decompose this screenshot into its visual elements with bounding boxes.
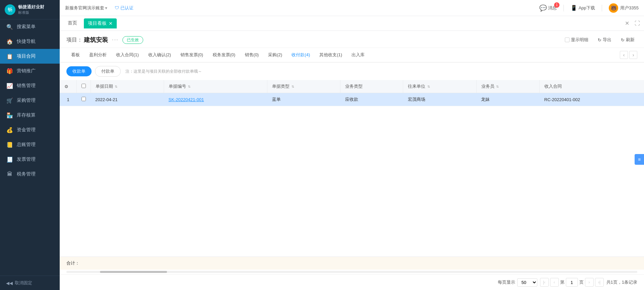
sidebar-item-label-invoice-mgmt: 发票管理 [17,156,36,162]
phone-icon: 📱 [571,5,577,11]
certified-label: 已认证 [120,5,133,11]
sub-tab-1[interactable]: 盈利分析 [85,48,111,63]
app-name: 畅捷通好业财 [18,4,44,10]
per-page-select[interactable]: 50 100 200 [517,278,537,287]
horizontal-scrollbar-track[interactable] [66,271,637,273]
sub-tab-3[interactable]: 收入确认(2) [144,48,176,63]
sort-date-icon[interactable]: ⇅ [115,85,117,88]
col-header-settings[interactable]: ⚙ [60,80,76,93]
sub-tab-nav: ‹ › [620,51,637,59]
collection-tab-button[interactable]: 收款单 [66,66,92,76]
tax-mgmt-icon: 🏛 [6,170,13,178]
topbar-right: 💬 消息 1 📱 App下载 🐻 用户3355 [539,3,639,13]
next-page-button[interactable]: › [585,278,594,287]
sort-type-icon[interactable]: ⇅ [291,85,294,88]
export-button[interactable]: ↻ 导出 [595,35,614,44]
search-icon: 🔍 [6,23,13,30]
user-profile-button[interactable]: 🐻 用户3355 [609,3,639,13]
sidebar-item-label-project-contract: 项目合同 [17,53,36,59]
sidebar-item-search[interactable]: 🔍 搜索菜单 [0,19,60,34]
sort-number-icon[interactable]: ⇅ [188,85,191,88]
sub-tab-6[interactable]: 销售(0) [240,48,264,63]
sidebar-item-ledger-mgmt[interactable]: 📒 总账管理 [0,137,60,152]
footer-total-label: 合计： [66,261,79,266]
floating-action-button[interactable]: ≡ [635,154,644,165]
funds-mgmt-icon: 💰 [6,126,13,134]
sub-tab-prev-button[interactable]: ‹ [620,51,628,59]
floating-action-icon: ≡ [638,157,641,162]
col-header-check[interactable] [76,80,91,93]
project-status-badge: 已生效 [122,36,143,44]
sub-tab-7[interactable]: 采购(2) [263,48,287,63]
sub-tab-10[interactable]: 出入库 [347,48,369,63]
sidebar-item-invoice-mgmt[interactable]: 🧾 发票管理 [0,152,60,167]
sub-tab-9[interactable]: 其他收支(1) [315,48,347,63]
project-more-button[interactable]: ··· [112,37,118,43]
user-label: 用户3355 [620,5,639,11]
per-page-selector: 每页显示 50 100 200 [498,278,537,287]
col-header-biz-type: 业务类型 [340,80,403,93]
sub-tab-8[interactable]: 收付款(4) [287,48,315,63]
sidebar-item-funds-mgmt[interactable]: 💰 资金管理 [0,123,60,137]
row-number-link[interactable]: SK-20220421-001 [168,97,204,102]
purchase-mgmt-icon: 🛒 [6,97,13,104]
project-dropdown-icon[interactable]: ▼ [104,6,108,10]
sub-tab-0[interactable]: 看板 [66,48,85,63]
col-header-salesperson: 业务员 ⇅ [476,80,539,93]
refresh-icon: ↻ [621,38,625,43]
row-number[interactable]: SK-20220421-001 [164,93,267,106]
sidebar-item-sales-mgmt[interactable]: 📈 销售管理 [0,78,60,93]
project-header: 项目： 建筑安装 ··· 已生效 显示明细 ↻ 导出 ↻ 刷新 [60,31,644,48]
col-header-date: 单据日期 ⇅ [91,80,164,93]
unpin-label: 取消固定 [15,280,32,286]
row-checkbox-0[interactable] [82,97,86,101]
sidebar-footer-pin[interactable]: ◀◀ 取消固定 [0,276,60,290]
row-index: 1 [60,93,76,106]
sidebar-item-project-contract[interactable]: 📋 项目合同 [0,49,60,64]
sidebar-item-inventory[interactable]: 🏪 库存核算 [0,108,60,123]
first-page-button[interactable]: |‹ [540,278,549,287]
close-window-icon[interactable]: ✕ [624,19,631,28]
app-download-button[interactable]: 📱 App下载 [571,5,595,11]
app-download-label: App下载 [579,5,595,11]
sub-tab-5[interactable]: 税务发票(0) [208,48,240,63]
sidebar-item-marketing[interactable]: 🎁 营销推广 [0,64,60,78]
sub-tab-next-button[interactable]: › [629,51,637,59]
row-salesperson: 龙妹 [476,93,539,106]
per-page-label: 每页显示 [498,279,515,285]
sidebar-item-purchase-mgmt[interactable]: 🛒 采购管理 [0,93,60,108]
sidebar-item-tax-mgmt[interactable]: 🏛 税务管理 [0,167,60,182]
sidebar-item-quick-nav[interactable]: 🏠 快捷导航 [0,34,60,49]
project-prefix: 项目： [66,37,83,44]
sort-partner-icon[interactable]: ⇅ [427,85,430,88]
payment-tab-button[interactable]: 付款单 [95,66,121,77]
main-area: 新服务官网演示账套 ▼ 🛡 已认证 💬 消息 1 📱 App下载 🐻 用户335… [60,0,644,290]
sort-salesperson-icon[interactable]: ⇅ [496,85,499,88]
show-detail-checkbox[interactable] [565,38,570,42]
current-page-input[interactable] [566,278,578,287]
settings-icon[interactable]: ⚙ [64,84,68,89]
sidebar-item-label-tax-mgmt: 税务管理 [17,171,36,177]
sidebar: 畅 畅捷通好业财 标准版 🔍 搜索菜单 🏠 快捷导航 📋 项目合同 🎁 营销推广… [0,0,60,290]
last-page-button[interactable]: ›| [595,278,604,287]
tab-close-button[interactable]: ✕ [109,21,113,26]
maximize-window-icon[interactable]: ⛶ [633,19,641,28]
select-all-checkbox[interactable] [82,84,86,88]
table-row[interactable]: 1 2022-04-21 SK-20220421-001 蓝单 应收款 宏茂商场… [60,93,644,106]
prev-page-button[interactable]: ‹ [550,278,559,287]
row-date: 2022-04-21 [91,93,164,106]
sidebar-item-label-inventory: 库存核算 [17,112,36,118]
row-check[interactable] [76,93,91,106]
refresh-button[interactable]: ↻ 刷新 [618,35,637,44]
project-actions: 显示明细 ↻ 导出 ↻ 刷新 [562,35,637,44]
messages-badge: 1 [554,2,559,8]
table-area: ⚙ 单据日期 ⇅ 单据编号 ⇅ [60,80,644,257]
tab-home[interactable]: 首页 [62,18,83,29]
show-detail-button[interactable]: 显示明细 [562,35,591,44]
sub-tab-4[interactable]: 销售发票(0) [176,48,208,63]
topbar-project-name: 新服务官网演示账套 [65,5,104,11]
messages-button[interactable]: 💬 消息 1 [539,4,557,12]
horizontal-scrollbar-thumb[interactable] [100,271,167,273]
sub-tab-2[interactable]: 收入合同(1) [111,48,144,63]
tab-project-kanban[interactable]: 项目看板 ✕ [84,18,117,28]
